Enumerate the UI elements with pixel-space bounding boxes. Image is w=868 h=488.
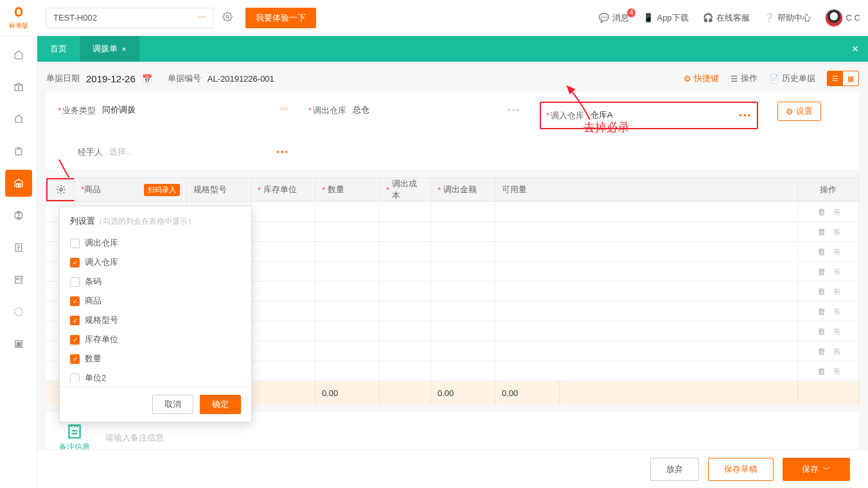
column-option[interactable]: ✓商品 bbox=[70, 291, 241, 311]
field-handler[interactable]: 经手人 选择...••• bbox=[58, 143, 289, 161]
delete-icon[interactable]: 🗑 bbox=[817, 347, 826, 356]
column-option[interactable]: ✓规格型号 bbox=[70, 311, 241, 330]
copy-icon[interactable]: ⎘ bbox=[835, 247, 840, 257]
org-selector[interactable]: TEST-H002 ﹀ bbox=[46, 8, 213, 28]
copy-icon[interactable]: ⎘ bbox=[835, 307, 840, 316]
tab-transfer[interactable]: 调拨单 × bbox=[80, 36, 139, 62]
nav-home[interactable] bbox=[5, 41, 32, 68]
chevron-down-icon: ﹀ bbox=[822, 464, 831, 475]
delete-icon[interactable]: 🗑 bbox=[817, 207, 826, 217]
close-icon[interactable]: × bbox=[121, 44, 127, 54]
message-badge: 4 bbox=[627, 8, 636, 17]
nav-gift[interactable] bbox=[5, 73, 32, 100]
field-in-warehouse[interactable]: *调入仓库 仓库A••• bbox=[540, 102, 758, 129]
nav-inventory[interactable] bbox=[5, 170, 32, 197]
delete-icon[interactable]: 🗑 bbox=[817, 227, 826, 237]
copy-icon[interactable]: ⎘ bbox=[835, 366, 840, 376]
items-table: *商品扫码录入 规格型号 *库存单位 *数量 *调出成本 *调出金额 可用量 操… bbox=[46, 177, 859, 404]
calendar-icon[interactable]: 📅 bbox=[142, 74, 152, 84]
operate-link[interactable]: ☰操作 bbox=[731, 73, 757, 84]
close-all-tabs[interactable]: × bbox=[842, 36, 868, 62]
nav-new[interactable]: 新 bbox=[5, 330, 32, 357]
column-option[interactable]: ✓库存单位 bbox=[70, 330, 241, 349]
column-settings-button[interactable] bbox=[46, 178, 75, 201]
th-spec: 规格型号 bbox=[187, 178, 251, 201]
copy-icon[interactable]: ⎘ bbox=[835, 227, 840, 237]
field-biz-type[interactable]: *业务类型 同价调拨﹀ bbox=[58, 102, 289, 119]
svg-rect-2 bbox=[15, 149, 21, 155]
nav-sales[interactable] bbox=[5, 138, 32, 165]
copy-icon[interactable]: ⎘ bbox=[835, 267, 840, 276]
column-option[interactable]: ✓调入仓库 bbox=[70, 253, 241, 272]
header-fields-card: *业务类型 同价调拨﹀ *调出仓库 总仓••• *调入仓库 仓库A••• ⚙设置… bbox=[46, 93, 859, 170]
field-out-warehouse[interactable]: *调出仓库 总仓••• bbox=[308, 102, 520, 119]
view-list-icon[interactable]: ☰ bbox=[828, 71, 843, 86]
delete-icon[interactable]: 🗑 bbox=[817, 366, 826, 376]
nav-settings[interactable] bbox=[5, 298, 32, 325]
nav-report[interactable] bbox=[5, 234, 32, 261]
column-option[interactable]: 调出仓库 bbox=[70, 233, 241, 253]
main-area: 首页 调拨单 × × 单据日期 2019-12-26 📅 单据编号 AL-201… bbox=[37, 36, 868, 488]
brand-edition: 标准版 bbox=[9, 21, 28, 30]
checkbox-icon bbox=[70, 374, 80, 382]
column-option-list: 调出仓库✓调入仓库条码✓商品✓规格型号✓库存单位✓数量单位2 bbox=[60, 233, 251, 381]
more-icon[interactable]: ••• bbox=[276, 147, 289, 157]
nav-finance[interactable] bbox=[5, 202, 32, 229]
gear-icon[interactable] bbox=[222, 12, 233, 24]
th-product: *商品扫码录入 bbox=[75, 178, 187, 201]
customer-service-link[interactable]: 🎧 在线客服 bbox=[703, 12, 750, 24]
copy-icon[interactable]: ⎘ bbox=[835, 287, 840, 296]
avatar bbox=[825, 9, 843, 27]
content: 单据日期 2019-12-26 📅 单据编号 AL-20191226-001 ⚙… bbox=[37, 62, 868, 449]
more-icon[interactable]: ••• bbox=[508, 105, 520, 115]
app-download-link[interactable]: 📱 App下载 bbox=[643, 12, 688, 24]
checkbox-icon: ✓ bbox=[70, 296, 80, 306]
chevron-down-icon: ﹀ bbox=[198, 12, 206, 24]
scan-input-button[interactable]: 扫码录入 bbox=[144, 184, 180, 196]
help-icon: ❔ bbox=[764, 13, 774, 23]
message-icon: 💬 bbox=[599, 13, 609, 23]
docno-value: AL-20191226-001 bbox=[208, 74, 274, 84]
delete-icon[interactable]: 🗑 bbox=[817, 267, 826, 276]
chevron-down-icon[interactable]: ﹀ bbox=[281, 104, 289, 116]
svg-point-0 bbox=[226, 15, 229, 18]
svg-point-9 bbox=[15, 308, 22, 316]
left-sidebar: 新 bbox=[0, 36, 37, 488]
org-value: TEST-H002 bbox=[53, 13, 97, 23]
svg-rect-3 bbox=[16, 184, 18, 187]
tab-home[interactable]: 首页 bbox=[37, 36, 80, 62]
cancel-button[interactable]: 取消 bbox=[152, 395, 193, 414]
column-option[interactable]: 条码 bbox=[70, 272, 241, 291]
copy-icon[interactable]: ⎘ bbox=[835, 207, 840, 217]
delete-icon[interactable]: 🗑 bbox=[817, 287, 826, 296]
user-menu[interactable]: C C bbox=[825, 9, 860, 27]
messages-link[interactable]: 💬 消息 4 bbox=[599, 12, 629, 24]
column-settings-popup: 列设置（勾选的列会在表格中显示） 调出仓库✓调入仓库条码✓商品✓规格型号✓库存单… bbox=[59, 206, 252, 422]
column-option[interactable]: 单位2 bbox=[70, 368, 241, 381]
more-icon[interactable]: ••• bbox=[739, 111, 752, 120]
nav-purchase[interactable] bbox=[5, 105, 32, 132]
help-center-link[interactable]: ❔ 帮助中心 bbox=[764, 12, 811, 24]
save-draft-button[interactable]: 保存草稿 bbox=[708, 458, 774, 481]
remark-input[interactable]: 请输入备注信息 bbox=[105, 432, 846, 444]
checkbox-icon bbox=[70, 277, 80, 287]
delete-icon[interactable]: 🗑 bbox=[817, 307, 826, 316]
copy-icon[interactable]: ⎘ bbox=[835, 347, 840, 356]
discard-button[interactable]: 放弃 bbox=[650, 458, 699, 481]
settings-button[interactable]: ⚙设置 bbox=[777, 102, 821, 121]
history-link[interactable]: 📄历史单据 bbox=[769, 73, 815, 84]
view-grid-icon[interactable]: ▦ bbox=[843, 71, 858, 86]
save-button[interactable]: 保存﹀ bbox=[783, 458, 850, 481]
delete-icon[interactable]: 🗑 bbox=[817, 327, 826, 336]
trial-button[interactable]: 我要体验一下 bbox=[245, 8, 316, 28]
copy-icon[interactable]: ⎘ bbox=[835, 327, 840, 336]
delete-icon[interactable]: 🗑 bbox=[817, 247, 826, 257]
view-toggle[interactable]: ☰ ▦ bbox=[827, 71, 859, 86]
shortcut-link[interactable]: ⚙快捷键 bbox=[684, 73, 719, 84]
date-value[interactable]: 2019-12-26 bbox=[86, 73, 136, 84]
nav-basic[interactable] bbox=[5, 266, 32, 293]
checkbox-icon bbox=[70, 239, 80, 248]
confirm-button[interactable]: 确定 bbox=[200, 395, 241, 414]
topbar: 标准版 TEST-H002 ﹀ 我要体验一下 💬 消息 4 📱 App下载 🎧 … bbox=[0, 0, 868, 36]
column-option[interactable]: ✓数量 bbox=[70, 349, 241, 368]
